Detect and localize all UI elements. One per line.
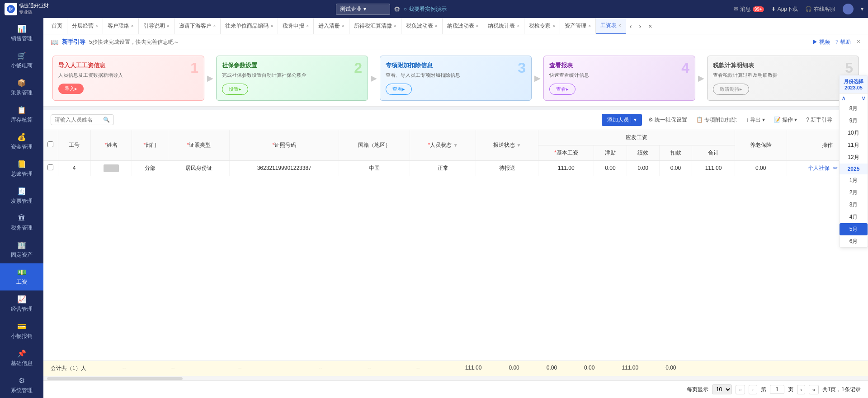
month-item-12[interactable]: 12月 xyxy=(840,151,868,164)
action-edit-btn[interactable]: ✏ xyxy=(833,165,838,171)
newguide-btn[interactable]: ? 新手引导 xyxy=(803,114,835,126)
close-tab-guide[interactable]: × xyxy=(167,23,170,28)
step-btn-2[interactable]: 设置▸ xyxy=(222,84,248,95)
month-item-3[interactable]: 3月 xyxy=(840,199,868,211)
app-download-btn[interactable]: ⬇ App下载 xyxy=(771,5,798,13)
month-item-9[interactable]: 9月 xyxy=(840,115,868,127)
close-tab-tax-stats[interactable]: × xyxy=(517,23,519,28)
close-tab-tax-expert[interactable]: × xyxy=(552,23,555,28)
sidebar-item-expense[interactable]: 💳 小畅报销 xyxy=(0,318,43,345)
step-btn-4[interactable]: 查看▸ xyxy=(549,84,576,95)
tab-tax-wave[interactable]: 纳税波动表× xyxy=(443,18,484,34)
last-page-btn[interactable]: » xyxy=(809,385,818,394)
tab-invite[interactable]: 邀请下游客户× xyxy=(175,18,221,34)
sidebar-item-basic[interactable]: 📌 基础信息 xyxy=(0,345,43,372)
sidebar-item-ledger[interactable]: 📒 总账管理 xyxy=(0,155,43,183)
special-deduction-btn[interactable]: 📋 专项附加扣除 xyxy=(693,114,740,126)
sendstatus-filter-icon[interactable]: ▼ xyxy=(517,143,521,148)
user-menu[interactable]: ▾ xyxy=(861,6,863,12)
tab-guide[interactable]: 引导说明× xyxy=(139,18,175,34)
message-btn[interactable]: ✉ 消息 99+ xyxy=(734,5,764,13)
sidebar-item-assets[interactable]: 🏢 固定资产 xyxy=(0,236,43,263)
action-social-btn[interactable]: 个人社保 xyxy=(808,165,830,171)
th-checkbox xyxy=(43,130,58,161)
sidebar-item-ecommerce[interactable]: 🛒 小畅电商 xyxy=(0,47,43,74)
operations-btn[interactable]: 📝 操作 ▾ xyxy=(771,114,800,126)
guide-video-link[interactable]: ▶ 视频 xyxy=(812,38,830,46)
month-item-6[interactable]: 6月 xyxy=(840,235,868,247)
add-person-dropdown-icon[interactable]: ▾ xyxy=(631,117,637,123)
demo-link[interactable]: ○ 我要看实例演示 xyxy=(404,5,447,13)
tab-layered[interactable]: 分层经营× xyxy=(67,18,103,34)
tabs-prev[interactable]: ‹ xyxy=(626,23,636,30)
close-tab-product-code[interactable]: × xyxy=(270,23,273,28)
sidebar-item-operations[interactable]: 📈 经营管理 xyxy=(0,290,43,318)
close-tab-tax-declare[interactable]: × xyxy=(306,23,309,28)
page-label2: 页 xyxy=(788,386,793,393)
month-item-1[interactable]: 1月 xyxy=(840,174,868,187)
month-nav-up[interactable]: ∧ xyxy=(841,94,846,102)
tab-tax-burden[interactable]: 税负波动表× xyxy=(401,18,443,34)
tab-tax-stats[interactable]: 纳税统计表× xyxy=(483,18,524,34)
export-btn[interactable]: ↓ 导出 ▾ xyxy=(743,114,768,126)
close-tab-invite[interactable]: × xyxy=(213,23,216,28)
sidebar-item-wage[interactable]: 💵 工资 xyxy=(0,263,43,290)
online-service-btn[interactable]: 🎧 在线客服 xyxy=(805,5,835,13)
user-avatar[interactable] xyxy=(843,4,854,14)
horizontal-scroll-thumb[interactable] xyxy=(47,377,183,380)
tabs-next[interactable]: › xyxy=(635,23,645,30)
sidebar-item-purchase[interactable]: 📦 采购管理 xyxy=(0,74,43,101)
row-checkbox[interactable] xyxy=(47,164,53,170)
search-input[interactable] xyxy=(55,117,101,123)
close-tab-income-tax[interactable]: × xyxy=(394,23,396,28)
prev-page-btn[interactable]: ‹ xyxy=(749,385,757,394)
step-btn-3[interactable]: 查看▸ xyxy=(386,84,412,95)
tab-tax-expert[interactable]: 税检专家× xyxy=(524,18,560,34)
close-tab-clearance[interactable]: × xyxy=(342,23,344,28)
month-item-2[interactable]: 2月 xyxy=(840,187,868,199)
sidebar-item-finance[interactable]: 💰 资金管理 xyxy=(0,128,43,155)
tabs-close-all[interactable]: × xyxy=(645,23,656,30)
guide-close-btn[interactable]: ✕ xyxy=(856,38,861,46)
month-item-4[interactable]: 4月 xyxy=(840,211,868,223)
step-btn-5[interactable]: 敬请期待▸ xyxy=(713,84,749,95)
tab-tax-declare[interactable]: 税务申报× xyxy=(278,18,314,34)
month-nav-down[interactable]: ∨ xyxy=(861,94,866,102)
tab-asset-mgmt[interactable]: 资产管理× xyxy=(560,18,596,34)
sidebar-item-tax[interactable]: 🏛 税务管理 xyxy=(0,210,43,236)
first-page-btn[interactable]: « xyxy=(736,385,745,394)
close-tab-asset-mgmt[interactable]: × xyxy=(588,23,591,28)
search-box[interactable]: 🔍 xyxy=(51,114,114,125)
month-item-11[interactable]: 11月 xyxy=(840,139,868,151)
sidebar-item-system[interactable]: ⚙ 系统管理 xyxy=(0,372,43,398)
month-item-10[interactable]: 10月 xyxy=(840,127,868,139)
sidebar-item-sales[interactable]: 📊 销售管理 xyxy=(0,20,43,47)
page-size-select[interactable]: 10 20 50 xyxy=(712,384,732,394)
close-tab-customer[interactable]: × xyxy=(131,23,134,28)
close-tab-tax-burden[interactable]: × xyxy=(435,23,438,28)
tab-home[interactable]: 首页 xyxy=(47,18,67,34)
settings-icon[interactable]: ⚙ xyxy=(394,5,400,14)
close-tab-tax-wave[interactable]: × xyxy=(476,23,479,28)
status-filter-icon[interactable]: ▼ xyxy=(453,143,458,148)
org-selector[interactable]: 测试企业 ▾ xyxy=(336,4,390,15)
tab-wage-table[interactable]: 工资表× xyxy=(596,18,626,34)
close-tab-wage-table[interactable]: × xyxy=(618,23,621,28)
sidebar-item-inventory[interactable]: 📋 库存核算 xyxy=(0,101,43,128)
tab-income-tax[interactable]: 所得税汇算清缴× xyxy=(349,18,401,34)
close-tab-layered[interactable]: × xyxy=(95,23,98,28)
select-all-checkbox[interactable] xyxy=(47,141,53,147)
social-security-settings-btn[interactable]: ⚙ 统一社保设置 xyxy=(646,114,690,126)
month-item-8[interactable]: 8月 xyxy=(840,103,868,115)
tab-clearance[interactable]: 进入清册× xyxy=(314,18,349,34)
add-person-button[interactable]: 添加人员 ▾ xyxy=(602,114,642,126)
step-btn-1[interactable]: 导入▸ xyxy=(58,84,84,94)
page-input[interactable] xyxy=(770,385,784,394)
tab-customer[interactable]: 客户联络× xyxy=(103,18,139,34)
tab-product-code[interactable]: 往来单位商品编码× xyxy=(221,18,278,34)
next-page-btn[interactable]: › xyxy=(797,385,805,394)
sidebar-item-invoice[interactable]: 🧾 发票管理 xyxy=(0,183,43,210)
guide-help-link[interactable]: ? 帮助 xyxy=(835,38,851,46)
finance-icon: 💰 xyxy=(17,133,26,141)
month-item-5[interactable]: 5月 xyxy=(840,223,868,235)
